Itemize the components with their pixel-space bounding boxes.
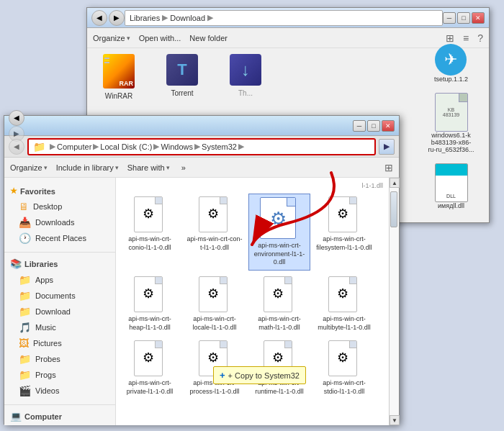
address-highlight-bar[interactable]: 📁 ▶ Computer ▶ Local Disk (C:) ▶ Windows…: [27, 138, 376, 155]
details-icon[interactable]: ≡: [463, 32, 469, 44]
gear-file-icon-large: ⚙: [260, 197, 299, 240]
gear-file-icon: ⚙: [134, 276, 166, 314]
sidebar-label: Videos: [35, 386, 59, 395]
sidebar-label: Recent Places: [35, 234, 86, 242]
sidebar-label: Download: [35, 307, 71, 316]
view-icon[interactable]: ⊞: [446, 32, 454, 44]
back-nav-buttons: ◀ ▶: [91, 10, 125, 26]
close-button[interactable]: ✕: [472, 12, 485, 24]
file-label: api-ms-win-crt-math-l1-1-0.dll: [251, 315, 307, 332]
minimize-button[interactable]: ─: [353, 120, 366, 132]
back-button[interactable]: ◀: [9, 110, 24, 126]
back-address-bar[interactable]: Libraries ▶ Download ▶: [125, 10, 443, 26]
list-item[interactable]: ⚙ api-ms-win-crt-con-t-l1-1-0.dll: [184, 194, 246, 271]
vertical-scrollbar[interactable]: ▲ ▼: [389, 178, 399, 425]
organize-btn[interactable]: Organize: [10, 163, 48, 172]
computer-section: 💻 Computer: [4, 408, 115, 425]
go-button[interactable]: ▶: [379, 139, 395, 155]
sidebar-item-probes[interactable]: 📁 Probes: [4, 351, 115, 367]
file-label: имядll.dll: [438, 202, 464, 209]
list-item[interactable]: ⚙ api-ms-win-crt-stdio-l1-1-0.dll: [313, 337, 375, 399]
list-item[interactable]: ⚙ api-ms-win-crt-math-l1-1-0.dll: [248, 273, 310, 335]
back-window-titlebar: ◀ ▶ Libraries ▶ Download ▶ ─ □ ✕: [87, 8, 489, 28]
list-item[interactable]: ⚙ api-ms-win-crt-heap-l1-1-0.dll: [119, 273, 181, 335]
scroll-thumb[interactable]: [390, 191, 397, 227]
front-window: ◀ ▶ ─ □ ✕ ◀ 📁 ▶ Computer ▶ Local Disk (C…: [4, 115, 400, 425]
view-toggle-icon[interactable]: ⊞: [384, 162, 393, 173]
dll-icon: DLL: [435, 163, 468, 202]
sidebar-item-download[interactable]: 📁 Download: [4, 304, 115, 319]
file-label: api-ms-win-crt-locale-l1-1-0.dll: [186, 315, 243, 332]
folder-icon: 🎵: [19, 322, 31, 333]
sidebar: ★ Favorites 🖥 Desktop 📥 Downloads 🕐 Rece…: [4, 178, 116, 425]
list-item[interactable]: DLL имядll.dll: [435, 163, 468, 209]
sidebar-item-desktop[interactable]: 🖥 Desktop: [4, 199, 115, 214]
list-item[interactable]: ⚙ api-ms-win-crt-multibyte-l1-1-0.dll: [313, 273, 375, 335]
gear-file-icon: ⚙: [134, 340, 166, 378]
organize-button[interactable]: Organize: [93, 34, 130, 42]
file-label: Th...: [238, 89, 253, 98]
list-item[interactable]: T Torrent: [156, 54, 208, 101]
sidebar-label: Progs: [35, 371, 56, 379]
list-item[interactable]: ⚙ api-ms-win-crt-conio-l1-1-0.dll: [119, 194, 181, 271]
back-addr-button[interactable]: ◀: [9, 139, 24, 155]
scroll-track[interactable]: [390, 188, 399, 415]
front-window-titlebar: ◀ ▶ ─ □ ✕: [4, 116, 399, 136]
new-folder-button[interactable]: New folder: [189, 34, 228, 42]
sidebar-item-videos[interactable]: 🎬 Videos: [4, 383, 115, 399]
row-indicator: l-1-1.dll: [119, 181, 386, 191]
download-icon: ↓: [230, 54, 261, 86]
back-right-items: ✈ tsetup.1.1.2 KB483139 windows6.1-k​b48…: [428, 44, 474, 209]
list-item[interactable]: ✈ tsetup.1.1.2: [434, 44, 468, 83]
computer-header: 💻 Computer: [4, 408, 115, 425]
list-item[interactable]: KB483139 windows6.1-k​b483139-x86-ru-ru_…: [428, 93, 474, 153]
front-address-bar: ◀ 📁 ▶ Computer ▶ Local Disk (C:) ▶ Windo…: [4, 136, 399, 158]
telegram-icon: ✈: [435, 44, 467, 76]
close-button[interactable]: ✕: [382, 120, 395, 132]
help-icon[interactable]: ?: [477, 32, 483, 44]
favorites-header: ★ Favorites: [4, 183, 115, 199]
maximize-button[interactable]: □: [457, 12, 470, 24]
sidebar-item-apps[interactable]: 📁 Apps: [4, 272, 115, 288]
include-in-library-btn[interactable]: Include in library: [56, 163, 119, 172]
list-item[interactable]: ↓ Th...: [220, 54, 271, 101]
share-with-btn[interactable]: Share with: [127, 163, 170, 172]
more-btn[interactable]: »: [181, 163, 186, 172]
list-item[interactable]: ⚙ api-ms-win-crt-filesystem-l1-1-0.dll: [313, 194, 375, 271]
sidebar-label: Desktop: [33, 202, 62, 211]
star-icon: ★: [10, 186, 17, 196]
sidebar-label: Apps: [35, 276, 53, 284]
libraries-section: 📚 Libraries 📁 Apps 📁 Documents 📁 Downloa…: [4, 255, 115, 399]
scroll-up-button[interactable]: ▲: [390, 178, 400, 188]
sidebar-item-pictures[interactable]: 🖼 Pictures: [4, 335, 115, 351]
library-icon: 📚: [10, 258, 22, 269]
open-with-button[interactable]: Open with...: [139, 34, 181, 42]
sidebar-item-recent-places[interactable]: 🕐 Recent Places: [4, 230, 115, 246]
sidebar-item-documents[interactable]: 📁 Documents: [4, 288, 115, 304]
folder-icon: 🎬: [19, 385, 31, 396]
minimize-button[interactable]: ─: [443, 12, 456, 24]
forward-button[interactable]: ▶: [109, 10, 125, 26]
sidebar-divider: [4, 252, 115, 253]
folder-icon: 📁: [19, 369, 31, 381]
sidebar-item-downloads[interactable]: 📥 Downloads: [4, 214, 115, 230]
sidebar-item-music[interactable]: 🎵 Music: [4, 319, 115, 335]
list-item[interactable]: ⚙ api-ms-win-crt-locale-l1-1-0.dll: [184, 273, 246, 335]
list-item[interactable]: ⚙ api-ms-win-crt-private-l1-1-0.dll: [119, 337, 181, 399]
sidebar-item-progs[interactable]: 📁 Progs: [4, 367, 115, 383]
list-item[interactable]: RAR WinRAR: [93, 54, 145, 101]
back-button[interactable]: ◀: [91, 10, 107, 26]
list-item[interactable]: ⚙ api-ms-win-crt-environment-l1-1-0.dll: [248, 194, 310, 271]
folder-icon: 🖼: [19, 337, 29, 349]
libraries-header: 📚 Libraries: [4, 255, 115, 272]
breadcrumb-windows: Windows: [161, 142, 193, 151]
gear-file-icon: ⚙: [328, 276, 360, 314]
folder-icon: 📁: [19, 306, 31, 317]
sidebar-divider-2: [4, 404, 115, 405]
front-nav-buttons: ◀ ▶: [9, 110, 24, 142]
maximize-button[interactable]: □: [367, 120, 380, 132]
sidebar-label: Probes: [35, 355, 60, 363]
folder-icon: 🖥: [19, 201, 29, 212]
folder-icon: 📁: [19, 353, 31, 365]
scroll-down-button[interactable]: ▼: [390, 415, 400, 425]
